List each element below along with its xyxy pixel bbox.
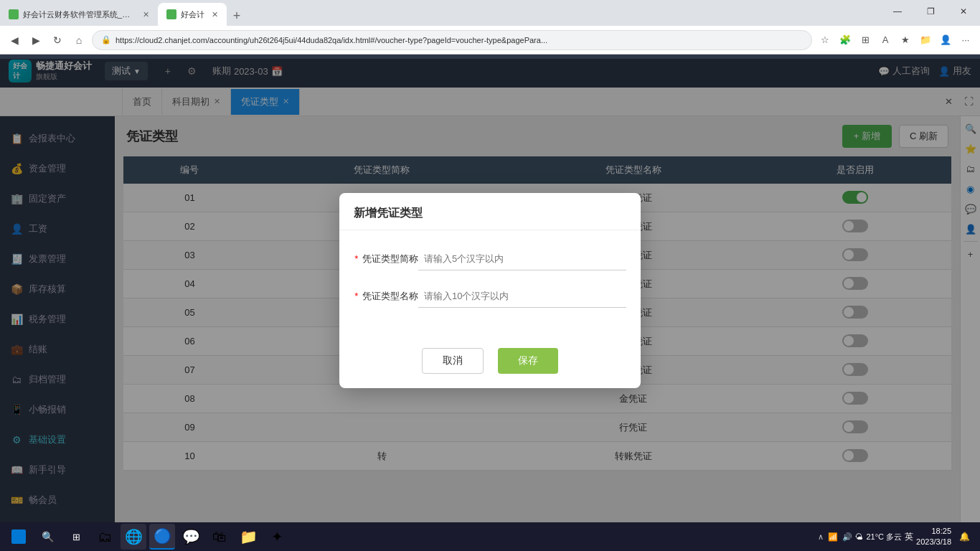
profile-icon[interactable]: 👤 — [937, 32, 954, 49]
network-icon[interactable]: 📶 — [828, 532, 838, 542]
dialog-title: 新增凭证类型 — [339, 193, 641, 230]
new-tab-button[interactable]: + — [227, 6, 247, 26]
abbr-input[interactable] — [418, 248, 626, 270]
taskbar-explorer-app[interactable]: 🗂 — [92, 524, 118, 550]
form-row-name: * 凭证类型名称 — [354, 285, 626, 308]
home-button[interactable]: ⌂ — [70, 32, 88, 49]
bookmark-icon[interactable]: ☆ — [816, 32, 834, 49]
taskbar-folder-app[interactable]: 📁 — [235, 524, 261, 550]
browser-tab-1[interactable]: 好会计云财务软件管理系统_会计 ✕ — [0, 3, 158, 26]
save-button[interactable]: 保存 — [498, 348, 558, 374]
taskbar-store-app[interactable]: 🛍 — [207, 524, 232, 550]
label-abbr-text: 凭证类型简称 — [362, 253, 418, 264]
tab-2-label: 好会计 — [181, 9, 204, 20]
taskbar-system-icons: ∧ 📶 🔊 — [818, 532, 852, 542]
name-input[interactable] — [418, 285, 626, 308]
cancel-button[interactable]: 取消 — [422, 348, 484, 374]
folder-icon: 📁 — [240, 528, 258, 545]
split-view-icon[interactable]: ⊞ — [857, 32, 874, 49]
taskbar-chrome-app[interactable]: 🌐 — [121, 524, 146, 550]
dialog-body: * 凭证类型简称 * 凭证类型名称 — [339, 230, 641, 339]
weather-icon: 🌤 — [855, 532, 863, 541]
minimize-button[interactable]: — — [881, 0, 914, 23]
tab-1-label: 好会计云财务软件管理系统_会计 — [23, 9, 136, 20]
taskbar-edge-app[interactable]: 🔵 — [149, 524, 175, 550]
favorites-icon[interactable]: ★ — [897, 32, 914, 49]
taskbar-right: ∧ 📶 🔊 🌤 21°C 多云 英 18:25 2023/3/18 🔔 — [818, 526, 974, 548]
forward-button[interactable]: ▶ — [27, 32, 44, 49]
browser-action-buttons: ☆ 🧩 ⊞ A ★ 📁 👤 ··· — [816, 32, 974, 49]
taskbar-wechat-app[interactable]: 💬 — [178, 524, 204, 550]
dialog-overlay: 新增凭证类型 * 凭证类型简称 * 凭证类型名称 — [0, 59, 980, 522]
reload-button[interactable]: ↻ — [49, 32, 66, 49]
taskbar-msedge-app[interactable]: ✦ — [264, 524, 290, 550]
tab-2-close[interactable]: ✕ — [212, 10, 218, 19]
taskbar-weather[interactable]: 🌤 21°C 多云 — [855, 532, 902, 542]
form-row-abbr: * 凭证类型简称 — [354, 248, 626, 270]
taskbar-clock[interactable]: 18:25 2023/3/18 — [916, 526, 951, 548]
dialog-footer: 取消 保存 — [339, 339, 641, 388]
tab-2-favicon — [166, 9, 176, 19]
windows-icon — [11, 529, 26, 544]
url-input[interactable]: 🔒 https://cloud2.chanjet.com/accounting/… — [92, 30, 812, 50]
taskbar-search-button[interactable]: 🔍 — [34, 524, 60, 550]
url-text: https://cloud2.chanjet.com/accounting/uh… — [116, 36, 547, 44]
taskbar: 🔍 ⊞ 🗂 🌐 🔵 💬 🛍 📁 ✦ ∧ 📶 🔊 — [0, 522, 980, 551]
task-view-button[interactable]: ⊞ — [63, 524, 89, 550]
chrome-icon: 🌐 — [125, 528, 143, 545]
explorer-icon: 🗂 — [98, 529, 112, 545]
zoom-icon[interactable]: A — [877, 32, 894, 49]
ime-indicator[interactable]: 英 — [905, 531, 913, 543]
address-bar: ◀ ▶ ↻ ⌂ 🔒 https://cloud2.chanjet.com/acc… — [0, 26, 980, 55]
store-icon: 🛍 — [212, 529, 227, 545]
notification-icon: 🔔 — [959, 532, 970, 542]
form-label-abbr: * 凭证类型简称 — [354, 253, 418, 265]
msedge-icon: ✦ — [271, 528, 283, 545]
form-label-name: * 凭证类型名称 — [354, 290, 418, 303]
chevron-up-icon[interactable]: ∧ — [818, 532, 824, 542]
browser-tab-2[interactable]: 好会计 ✕ — [158, 3, 227, 26]
collections-icon[interactable]: 📁 — [917, 32, 934, 49]
notification-button[interactable]: 🔔 — [954, 527, 974, 547]
maximize-button[interactable]: ❐ — [914, 0, 947, 23]
window-controls: — ❐ ✕ — [881, 0, 980, 23]
label-name-text: 凭证类型名称 — [362, 291, 418, 301]
volume-icon[interactable]: 🔊 — [842, 532, 852, 542]
start-button[interactable] — [6, 524, 32, 550]
close-button[interactable]: ✕ — [947, 0, 980, 23]
edge-icon: 🔵 — [154, 527, 171, 545]
extension-icon[interactable]: 🧩 — [837, 32, 854, 49]
clock-date: 2023/3/18 — [916, 537, 951, 547]
back-button[interactable]: ◀ — [6, 32, 23, 49]
required-star-name: * — [354, 291, 358, 301]
more-button[interactable]: ··· — [957, 32, 974, 49]
clock-time: 18:25 — [916, 526, 951, 537]
lock-icon: 🔒 — [101, 35, 111, 44]
wechat-icon: 💬 — [182, 528, 200, 545]
weather-text: 21°C 多云 — [866, 532, 902, 542]
required-star-abbr: * — [354, 253, 358, 264]
new-voucher-dialog: 新增凭证类型 * 凭证类型简称 * 凭证类型名称 — [339, 193, 641, 388]
tab-1-close[interactable]: ✕ — [143, 10, 149, 19]
tab-1-favicon — [9, 9, 19, 19]
